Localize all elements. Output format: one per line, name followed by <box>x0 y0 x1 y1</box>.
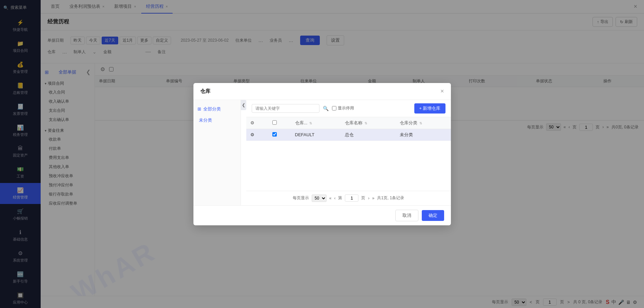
modal-header: 仓库 × <box>193 83 451 100</box>
modal-toolbar: 🔍 显示停用 + 新增仓库 <box>246 100 451 117</box>
sort-icon-cat: ⇅ <box>419 121 422 125</box>
modal-th-check <box>268 117 291 129</box>
confirm-button[interactable]: 确定 <box>422 210 444 221</box>
modal-table-row[interactable]: ⚙ DEFAULT 总仓 未分类 <box>246 129 451 141</box>
show-disabled-checkbox[interactable] <box>332 106 336 110</box>
warehouse-modal: 仓库 × ⊞ 全部分类 未分类 ❮ 🔍 <box>193 83 451 225</box>
modal-table-wrapper: ⚙ 仓库... ⇅ 仓库名称 ⇅ <box>246 117 451 191</box>
modal-page-next[interactable]: › <box>368 196 369 201</box>
cancel-button[interactable]: 取消 <box>395 210 418 221</box>
modal-row-code: DEFAULT <box>291 129 341 141</box>
modal-close-btn[interactable]: × <box>440 88 444 95</box>
modal-th-name: 仓库名称 ⇅ <box>341 117 396 129</box>
modal-page-input[interactable] <box>345 194 358 202</box>
modal-actions: 取消 确定 <box>193 205 451 225</box>
modal-table: ⚙ 仓库... ⇅ 仓库名称 ⇅ <box>246 117 451 141</box>
modal-th-category: 仓库分类 ⇅ <box>396 117 451 129</box>
modal-row-gear[interactable]: ⚙ <box>246 129 268 141</box>
modal-page-unit: 页 <box>361 195 365 201</box>
show-disabled-checkbox-label[interactable]: 显示停用 <box>332 105 354 111</box>
modal-th-code: 仓库... ⇅ <box>291 117 341 129</box>
modal-page-last[interactable]: » <box>372 196 374 201</box>
modal-categories: ⊞ 全部分类 未分类 <box>193 100 241 205</box>
modal-collapse-btn[interactable]: ❮ <box>241 100 246 110</box>
modal-page-size-label: 每页显示 <box>293 195 309 201</box>
modal-row-name: 总仓 <box>341 129 396 141</box>
modal-page-first[interactable]: « <box>329 196 332 201</box>
modal-grid-icon: ⊞ <box>198 106 201 111</box>
modal-title: 仓库 <box>200 88 210 95</box>
modal-search-input[interactable] <box>252 104 319 113</box>
modal-search-icon[interactable]: 🔍 <box>323 106 329 111</box>
modal-cat-unclassified-label: 未分类 <box>199 118 212 123</box>
modal-page-prev[interactable]: ‹ <box>334 196 335 201</box>
show-disabled-label: 显示停用 <box>338 105 354 111</box>
modal-row-checkbox[interactable] <box>272 132 277 137</box>
modal-table-header: ⚙ 仓库... ⇅ 仓库名称 ⇅ <box>246 117 451 129</box>
sort-icon-name: ⇅ <box>365 121 367 125</box>
modal-page-label: 第 <box>338 195 342 201</box>
sort-icon: ⇅ <box>309 121 312 125</box>
modal-cat-unclassified[interactable]: 未分类 <box>193 115 241 126</box>
modal-right: 🔍 显示停用 + 新增仓库 ⚙ <box>246 100 451 205</box>
modal-row-check[interactable] <box>268 129 291 141</box>
modal-row-category: 未分类 <box>396 129 451 141</box>
modal-pagination: 每页显示 50 « ‹ 第 页 › » 共1页, 1条记录 <box>246 191 451 205</box>
modal-body: ⊞ 全部分类 未分类 ❮ 🔍 显示停用 <box>193 100 451 205</box>
modal-total-records: 共1页, 1条记录 <box>377 195 404 201</box>
modal-th-gear[interactable]: ⚙ <box>246 117 268 129</box>
modal-overlay[interactable]: 仓库 × ⊞ 全部分类 未分类 ❮ 🔍 <box>0 0 644 308</box>
modal-cat-all[interactable]: ⊞ 全部分类 <box>193 103 241 115</box>
modal-cat-all-label: 全部分类 <box>203 106 221 112</box>
add-warehouse-button[interactable]: + 新增仓库 <box>414 103 445 114</box>
modal-select-all[interactable] <box>272 120 277 125</box>
modal-page-size-select[interactable]: 50 <box>312 194 327 202</box>
